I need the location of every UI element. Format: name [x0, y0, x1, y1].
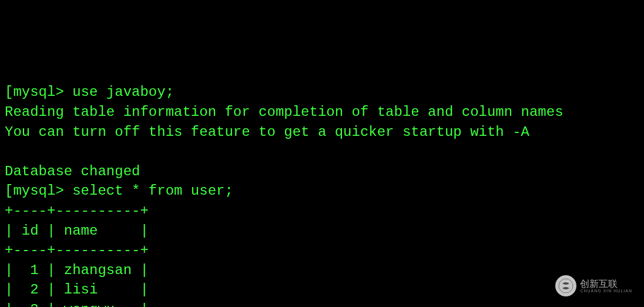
watermark-logo-icon: [555, 275, 576, 296]
svg-point-0: [559, 279, 573, 293]
terminal-output[interactable]: [mysql> use javaboy; Reading table infor…: [5, 82, 639, 307]
watermark: 创新互联 CHUANG XIN HULIAN: [555, 275, 632, 296]
watermark-text: 创新互联 CHUANG XIN HULIAN: [580, 279, 632, 293]
watermark-main: 创新互联: [580, 279, 632, 289]
watermark-sub: CHUANG XIN HULIAN: [580, 289, 632, 293]
